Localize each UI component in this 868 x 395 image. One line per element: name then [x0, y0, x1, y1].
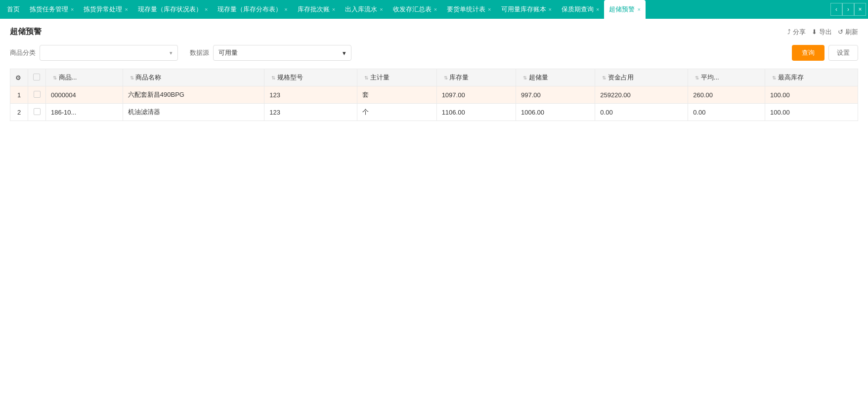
category-filter: 商品分类 ▾ — [10, 45, 178, 61]
row-checkbox[interactable] — [34, 91, 41, 98]
export-button[interactable]: ⬇ 导出 — [812, 28, 832, 37]
sort-icon-overstock: ⇅ — [523, 75, 527, 80]
close-available-ledger[interactable]: × — [549, 6, 552, 12]
td-unit: 套 — [357, 86, 436, 104]
close-demand-stats[interactable]: × — [488, 6, 491, 12]
datasource-value: 可用量 — [218, 48, 238, 57]
th-avg-cost[interactable]: ⇅ 平均... — [688, 69, 765, 86]
header-actions: ⤴ 分享 ⬇ 导出 ↺ 刷新 — [787, 28, 858, 37]
sort-icon-unit: ⇅ — [364, 75, 368, 80]
table-row: 2186-10...机油滤清器123个1106.001006.000.000.0… — [10, 104, 858, 121]
th-unit[interactable]: ⇅ 主计量 — [357, 69, 436, 86]
nav-overstock-alert[interactable]: 超储预警 × — [604, 0, 645, 19]
td-checkbox — [28, 86, 46, 104]
nav-arrows: ‹ › × — [830, 3, 866, 16]
close-overstock-alert[interactable]: × — [637, 6, 640, 12]
refresh-icon: ↺ — [838, 28, 843, 36]
filter-area: 商品分类 ▾ 数据源 可用量 ▾ 查询 设置 — [10, 45, 858, 61]
header-checkbox[interactable] — [33, 74, 40, 80]
nav-arrow-close[interactable]: × — [854, 3, 866, 16]
category-label: 商品分类 — [10, 48, 36, 57]
td-product-name: 机油滤清器 — [123, 104, 264, 121]
th-product-name[interactable]: ⇅ 商品名称 — [123, 69, 264, 86]
td-max-stock: 100.00 — [765, 104, 858, 121]
td-checkbox — [28, 104, 46, 121]
th-overstock[interactable]: ⇅ 超储量 — [516, 69, 595, 86]
page-content: 超储预警 ⤴ 分享 ⬇ 导出 ↺ 刷新 商品分类 ▾ 数据源 — [0, 19, 868, 129]
nav-arrow-left[interactable]: ‹ — [830, 3, 842, 16]
top-nav: 首页 拣货任务管理 × 拣货异常处理 × 现存量（库存状况表） × 现存量（库存… — [0, 0, 868, 19]
sort-icon-max: ⇅ — [772, 75, 776, 80]
settings-gear-icon: ⚙ — [15, 74, 21, 81]
td-product-code: 0000004 — [46, 86, 123, 104]
nav-demand-stats[interactable]: 要货单统计表 × — [442, 0, 496, 19]
sort-icon-avg: ⇅ — [695, 75, 699, 80]
nav-pick-task[interactable]: 拣货任务管理 × — [25, 0, 79, 19]
close-pick-exception[interactable]: × — [125, 6, 128, 12]
td-avg-cost: 0.00 — [688, 104, 765, 121]
td-avg-cost: 260.00 — [688, 86, 765, 104]
nav-summary[interactable]: 收发存汇总表 × — [388, 0, 442, 19]
th-product-code[interactable]: ⇅ 商品... — [46, 69, 123, 86]
datasource-label: 数据源 — [190, 48, 209, 57]
close-summary[interactable]: × — [434, 6, 437, 12]
td-stock: 1097.00 — [436, 86, 516, 104]
td-product-name: 六配套新昌490BPG — [123, 86, 264, 104]
td-stock: 1106.00 — [436, 104, 516, 121]
refresh-button[interactable]: ↺ 刷新 — [838, 28, 858, 37]
td-spec: 123 — [264, 104, 357, 121]
td-overstock: 997.00 — [516, 86, 595, 104]
nav-stock-status[interactable]: 现存量（库存状况表） × — [133, 0, 213, 19]
sort-icon: ⇅ — [53, 75, 57, 80]
td-max-stock: 100.00 — [765, 86, 858, 104]
category-select[interactable]: ▾ — [40, 45, 178, 61]
td-overstock: 1006.00 — [516, 104, 595, 121]
page-header: 超储预警 ⤴ 分享 ⬇ 导出 ↺ 刷新 — [10, 27, 858, 37]
close-stock-status[interactable]: × — [205, 6, 208, 12]
close-stock-dist[interactable]: × — [284, 6, 287, 12]
share-button[interactable]: ⤴ 分享 — [787, 28, 806, 37]
row-checkbox[interactable] — [34, 108, 41, 115]
sort-icon-spec: ⇅ — [271, 75, 275, 80]
table-row: 10000004六配套新昌490BPG123套1097.00997.002592… — [10, 86, 858, 104]
sort-icon-name: ⇅ — [130, 75, 134, 80]
td-unit: 个 — [357, 104, 436, 121]
td-capital: 0.00 — [595, 104, 688, 121]
datasource-select[interactable]: 可用量 ▾ — [213, 45, 351, 61]
sort-icon-stock: ⇅ — [444, 75, 448, 80]
close-pick-task[interactable]: × — [71, 6, 74, 12]
th-max-stock[interactable]: ⇅ 最高库存 — [765, 69, 858, 86]
table-header-row: ⚙ ⇅ 商品... ⇅ 商品名称 ⇅ 规格型号 — [10, 69, 858, 86]
nav-arrow-right[interactable]: › — [842, 3, 854, 16]
nav-shelf-life[interactable]: 保质期查询 × — [557, 0, 604, 19]
action-buttons: 查询 设置 — [792, 45, 858, 61]
th-stock[interactable]: ⇅ 库存量 — [436, 69, 516, 86]
nav-available-ledger[interactable]: 可用量库存账本 × — [496, 0, 557, 19]
export-icon: ⬇ — [812, 28, 817, 36]
td-capital: 259220.00 — [595, 86, 688, 104]
sort-icon-capital: ⇅ — [602, 75, 606, 80]
th-capital[interactable]: ⇅ 资金占用 — [595, 69, 688, 86]
th-checkbox — [28, 69, 46, 86]
share-icon: ⤴ — [787, 28, 791, 36]
close-in-out-flow[interactable]: × — [380, 6, 383, 12]
nav-stock-dist[interactable]: 现存量（库存分布表） × — [213, 0, 292, 19]
datasource-chevron-icon: ▾ — [343, 49, 346, 57]
td-index: 1 — [10, 86, 28, 104]
data-table: ⚙ ⇅ 商品... ⇅ 商品名称 ⇅ 规格型号 — [10, 69, 858, 121]
close-shelf-life[interactable]: × — [596, 6, 599, 12]
nav-stock-batch[interactable]: 库存批次账 × — [293, 0, 340, 19]
datasource-filter: 数据源 可用量 ▾ — [190, 45, 351, 61]
page-title: 超储预警 — [10, 27, 42, 37]
close-stock-batch[interactable]: × — [332, 6, 335, 12]
td-product-code: 186-10... — [46, 104, 123, 121]
table-wrapper: ⚙ ⇅ 商品... ⇅ 商品名称 ⇅ 规格型号 — [10, 69, 858, 121]
th-spec[interactable]: ⇅ 规格型号 — [264, 69, 357, 86]
nav-pick-exception[interactable]: 拣货异常处理 × — [79, 0, 132, 19]
nav-in-out-flow[interactable]: 出入库流水 × — [340, 0, 388, 19]
query-button[interactable]: 查询 — [792, 45, 825, 61]
settings-button[interactable]: 设置 — [828, 45, 858, 61]
nav-home[interactable]: 首页 — [2, 0, 25, 19]
category-chevron-icon: ▾ — [170, 50, 173, 56]
th-settings[interactable]: ⚙ — [10, 69, 28, 86]
